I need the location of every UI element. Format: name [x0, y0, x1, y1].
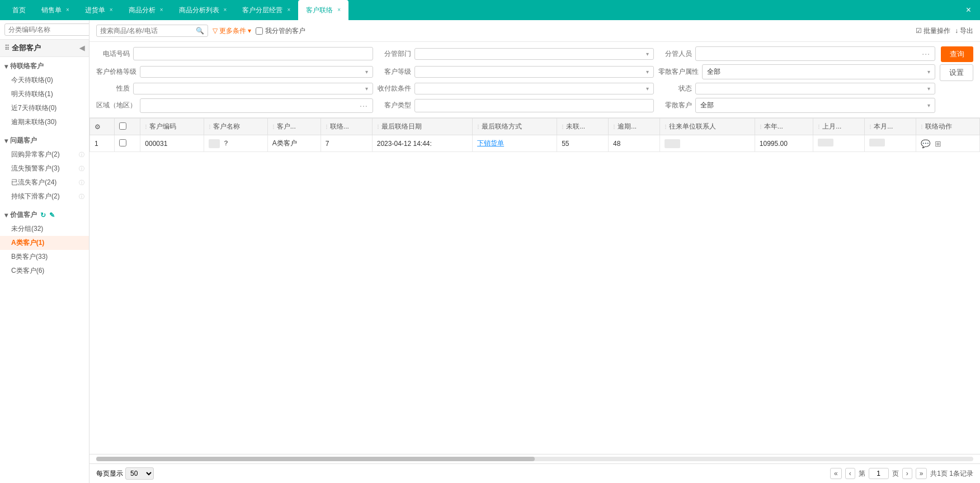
nav-close-purchase[interactable]: ×	[110, 0, 113, 20]
all-customers-label[interactable]: 全部客户	[12, 43, 41, 53]
edit-icon[interactable]: ✎	[49, 211, 55, 219]
sidebar-item-a-class[interactable]: A类客户(1)	[0, 236, 89, 250]
qr-icon[interactable]: ⊞	[935, 139, 941, 148]
prev-page-btn[interactable]: ‹	[845, 468, 855, 479]
status-arrow: ▾	[927, 86, 930, 92]
page-label: 第	[859, 469, 865, 479]
info-icon-4: ⓘ	[79, 193, 84, 201]
col-gear[interactable]: ⚙	[90, 119, 115, 135]
col-not-contact[interactable]: ⁝未联...	[557, 119, 609, 135]
chat-icon[interactable]: 💬	[921, 139, 930, 148]
nav-item-analysis[interactable]: 商品分析 ×	[121, 0, 171, 20]
export-btn[interactable]: ↓ 导出	[955, 26, 973, 36]
region-dots[interactable]: ···	[360, 101, 368, 110]
next-page-btn[interactable]: ›	[902, 468, 912, 479]
cell-checkbox[interactable]	[114, 135, 140, 152]
search-icon[interactable]: 🔍	[196, 27, 204, 35]
col-this-month[interactable]: ⁝本月...	[865, 119, 916, 135]
col-overdue[interactable]: ⁝逾期...	[609, 119, 660, 135]
customer-grade-select[interactable]: ▾	[414, 66, 654, 78]
batch-operate-btn[interactable]: ☑ 批量操作	[916, 26, 950, 36]
nav-item-purchase[interactable]: 进货单 ×	[77, 0, 121, 20]
col-action[interactable]: ⁝联络动作	[916, 119, 980, 135]
section-value-title[interactable]: ▾ 价值客户 ↻ ✎	[0, 208, 89, 222]
price-grade-select[interactable]: ▾	[140, 66, 373, 78]
first-page-btn[interactable]: «	[830, 468, 842, 479]
row-checkbox[interactable]	[119, 139, 126, 146]
sidebar-item-c-class[interactable]: C类客户(6)	[0, 264, 89, 278]
manager-dots[interactable]: ···	[922, 49, 930, 58]
nav-close-customer-contact[interactable]: ×	[337, 0, 341, 20]
customer-grade-arrow: ▾	[646, 69, 649, 75]
nav-item-customer-contact[interactable]: 客户联络 ×	[298, 0, 348, 20]
section-pending-title[interactable]: ▾ 待联络客户	[0, 59, 89, 73]
nav-item-analysis-list[interactable]: 商品分析列表 ×	[171, 0, 235, 20]
cell-last-method[interactable]: 下销货单	[473, 135, 557, 152]
customer-type-input[interactable]	[414, 99, 654, 112]
col-contact-person[interactable]: ⁝往来单位联系人	[660, 119, 755, 135]
region-select[interactable]: ···	[140, 98, 373, 113]
my-customers-checkbox[interactable]	[256, 27, 263, 35]
cell-code: 000031	[140, 135, 204, 152]
filter-search-input[interactable]	[100, 27, 194, 35]
sidebar-item-declining[interactable]: 持续下滑客户(2) ⓘ	[0, 190, 89, 203]
setting-button[interactable]: 设置	[940, 64, 973, 81]
pagination: « ‹ 第 页 › » 共1页 1条记录	[830, 468, 973, 479]
horizontal-scrollbar[interactable]	[89, 454, 980, 463]
col-code[interactable]: ⁝客户编码	[140, 119, 204, 135]
last-page-btn[interactable]: »	[916, 468, 927, 479]
sidebar-item-7days[interactable]: 近7天待联络(0)	[0, 101, 89, 115]
nav-item-sales[interactable]: 销售单 ×	[34, 0, 77, 20]
label-phone: 电话号码	[96, 49, 130, 59]
cell-this-year: 10995.00	[755, 135, 813, 152]
retail-select[interactable]: 全部 ▾	[695, 98, 935, 113]
col-this-year[interactable]: ⁝本年...	[755, 119, 813, 135]
cell-overdue: 48	[609, 135, 660, 152]
sidebar-item-b-class[interactable]: B类客户(33)	[0, 250, 89, 264]
col-grade[interactable]: ⁝客户...	[267, 119, 321, 135]
more-conditions-btn[interactable]: ▽ 更多条件 ▾	[213, 26, 251, 36]
label-status: 状态	[658, 84, 692, 93]
manager-select[interactable]: ···	[695, 46, 935, 61]
nav-item-customer-segment[interactable]: 客户分层经营 ×	[234, 0, 298, 20]
nav-close-analysis[interactable]: ×	[160, 0, 163, 20]
nav-close-customer-segment[interactable]: ×	[287, 0, 290, 20]
sidebar-item-churn-warning[interactable]: 流失预警客户(3) ⓘ	[0, 162, 89, 176]
per-page-select[interactable]: 50 20 100	[125, 467, 154, 480]
col-last-method[interactable]: ⁝最后联络方式	[473, 119, 557, 135]
nav-item-home[interactable]: 首页	[4, 0, 34, 20]
sidebar-item-churned[interactable]: 已流失客户(24) ⓘ	[0, 176, 89, 190]
info-icon: ⓘ	[79, 151, 84, 159]
sidebar-collapse-icon[interactable]: ◀	[79, 44, 84, 52]
payment-select[interactable]: ▾	[414, 83, 654, 94]
select-all-checkbox[interactable]	[119, 122, 126, 130]
nav-close-analysis-list[interactable]: ×	[224, 0, 227, 20]
filter-bar: 🔍 ▽ 更多条件 ▾ 我分管的客户 ☑ 批量操作 ↓ 导出	[89, 20, 980, 42]
nature-select[interactable]: ▾	[133, 83, 373, 94]
dept-select[interactable]: ▾	[414, 48, 654, 60]
sidebar-item-overdue[interactable]: 逾期未联络(30)	[0, 115, 89, 129]
label-retail-attr: 零散客户属性	[658, 67, 699, 77]
my-customers-check[interactable]: 我分管的客户	[256, 26, 305, 36]
sidebar-item-ungroup[interactable]: 未分组(32)	[0, 222, 89, 236]
nav-close-all-button[interactable]: ×	[962, 5, 976, 15]
col-last-month[interactable]: ⁝上月...	[813, 119, 865, 135]
sidebar-item-tomorrow[interactable]: 明天待联络(1)	[0, 87, 89, 101]
status-select[interactable]: ▾	[695, 83, 935, 94]
sidebar-item-repurchase-abnormal[interactable]: 回购异常客户(2) ⓘ	[0, 148, 89, 162]
retail-attr-select[interactable]: 全部 ▾	[702, 64, 935, 79]
sidebar-search-input[interactable]	[4, 23, 89, 36]
nav-close-sales[interactable]: ×	[66, 0, 69, 20]
query-button[interactable]: 查询	[941, 46, 973, 62]
col-name[interactable]: ⁝客户名称	[204, 119, 268, 135]
col-contact[interactable]: ⁝联络...	[321, 119, 372, 135]
section-problem-title[interactable]: ▾ 问题客户	[0, 134, 89, 148]
col-checkbox[interactable]	[114, 119, 140, 135]
sidebar: 🔍 ⠿ 全部客户 ◀ ▾ 待联络客户 今天待联络(0) 明天待联络(1) 近7天…	[0, 20, 89, 483]
phone-input[interactable]	[133, 47, 373, 60]
col-last-date[interactable]: ⁝最后联络日期	[372, 119, 472, 135]
label-region: 区域（地区）	[96, 101, 136, 110]
page-input[interactable]	[869, 468, 889, 479]
sidebar-item-today[interactable]: 今天待联络(0)	[0, 73, 89, 87]
refresh-icon[interactable]: ↻	[40, 211, 46, 219]
